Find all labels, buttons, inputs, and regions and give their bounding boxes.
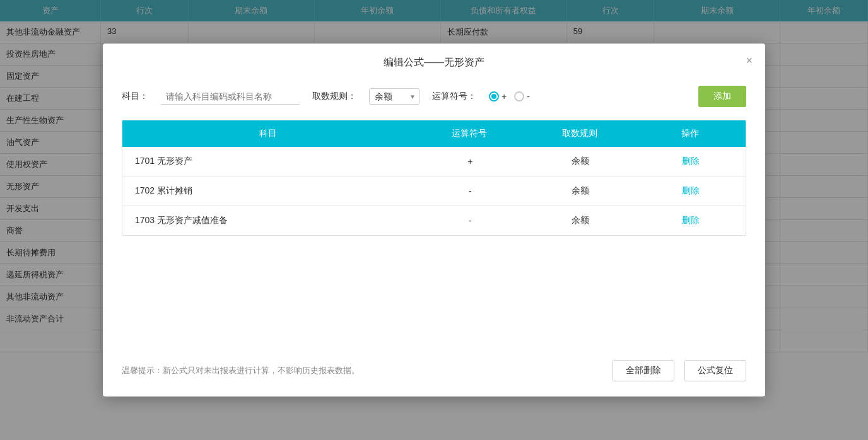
modal-overlay: 编辑公式——无形资产 × 科目： 取数规则： 余额 借方 贷方 净额 ▼ 运算符… (0, 0, 868, 440)
header-subject: 科目 (122, 120, 414, 147)
rule-select[interactable]: 余额 借方 贷方 净额 (369, 88, 419, 105)
formula-subject: 1703 无形资产减值准备 (122, 206, 415, 235)
formula-action: 删除 (635, 147, 746, 176)
formula-table-rows: 1701 无形资产+余额删除1702 累计摊销-余额删除1703 无形资产减值准… (122, 147, 746, 235)
radio-plus[interactable]: + (489, 91, 507, 101)
footer-buttons: 全部删除 公式复位 (613, 360, 746, 381)
operator-label: 运算符号： (432, 91, 476, 102)
footer-tip: 温馨提示：新公式只对未出报表进行计算，不影响历史报表数据。 (122, 365, 360, 376)
header-action: 操作 (635, 120, 746, 147)
formula-table-header: 科目 运算符号 取数规则 操作 (122, 120, 746, 147)
radio-minus[interactable]: - (514, 91, 530, 101)
modal-close-button[interactable]: × (746, 55, 753, 66)
delete-all-button[interactable]: 全部删除 (613, 360, 674, 381)
delete-row-1-button[interactable]: 删除 (682, 185, 700, 195)
formula-rule: 余额 (525, 177, 636, 206)
formula-action: 删除 (635, 206, 746, 235)
formula-row: 1701 无形资产+余额删除 (122, 147, 746, 177)
reset-formula-button[interactable]: 公式复位 (684, 360, 746, 381)
header-operator: 运算符号 (414, 120, 524, 147)
formula-operator: - (415, 177, 525, 205)
rule-label: 取数规则： (312, 91, 356, 102)
formula-row: 1703 无形资产减值准备-余额删除 (122, 206, 746, 235)
modal-title: 编辑公式——无形资产 (384, 56, 484, 69)
modal-header: 编辑公式——无形资产 × (103, 43, 765, 79)
delete-row-2-button[interactable]: 删除 (682, 215, 700, 225)
subject-input[interactable] (161, 89, 300, 105)
formula-subject: 1701 无形资产 (122, 147, 415, 176)
add-button[interactable]: 添加 (698, 86, 746, 107)
modal-footer: 温馨提示：新公式只对未出报表进行计算，不影响历史报表数据。 全部删除 公式复位 (103, 345, 765, 397)
formula-table: 科目 运算符号 取数规则 操作 1701 无形资产+余额删除1702 累计摊销-… (122, 120, 746, 236)
modal-container: 编辑公式——无形资产 × 科目： 取数规则： 余额 借方 贷方 净额 ▼ 运算符… (103, 43, 765, 397)
radio-minus-circle (514, 91, 524, 101)
formula-row: 1702 累计摊销-余额删除 (122, 177, 746, 206)
formula-action: 删除 (635, 177, 746, 206)
formula-subject: 1702 累计摊销 (122, 177, 415, 206)
modal-form-row: 科目： 取数规则： 余额 借方 贷方 净额 ▼ 运算符号： + (103, 79, 765, 120)
header-rule: 取数规则 (524, 120, 635, 147)
formula-rule: 余额 (525, 206, 636, 235)
formula-operator: + (415, 148, 525, 175)
radio-plus-label: + (501, 91, 507, 101)
radio-minus-label: - (527, 91, 530, 101)
operator-radio-group: + - (489, 91, 530, 101)
formula-rule: 余额 (525, 147, 636, 176)
rule-select-wrap: 余额 借方 贷方 净额 ▼ (369, 88, 419, 105)
delete-row-0-button[interactable]: 删除 (682, 156, 700, 166)
subject-label: 科目： (122, 91, 148, 102)
formula-operator: - (415, 207, 525, 234)
radio-plus-circle (489, 91, 499, 101)
